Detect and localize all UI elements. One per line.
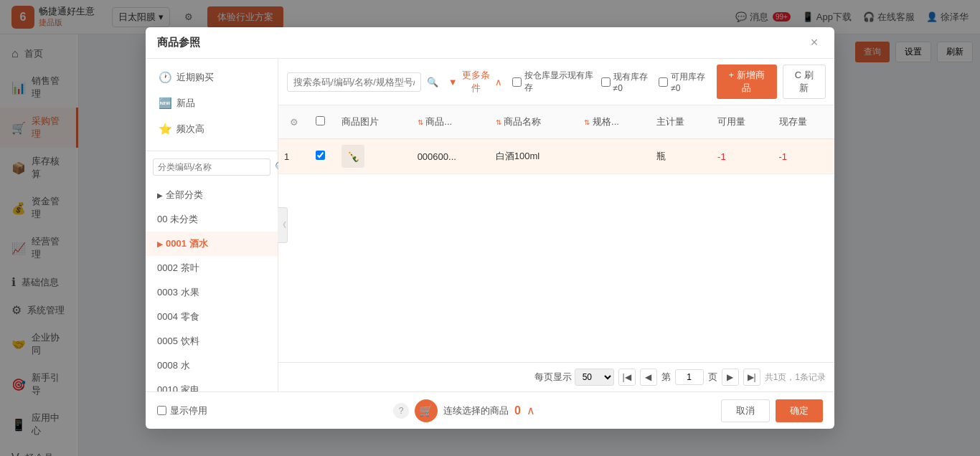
category-0002[interactable]: 0002 茶叶 bbox=[146, 256, 278, 280]
modal-title: 商品参照 bbox=[157, 36, 200, 49]
category-0005[interactable]: 0005 饮料 bbox=[146, 329, 278, 353]
page-summary: 共1页，1条记录 bbox=[765, 371, 826, 384]
new-icon: 🆕 bbox=[159, 97, 172, 110]
product-image: 🍾 bbox=[341, 145, 364, 168]
select-all-checkbox[interactable] bbox=[316, 116, 325, 125]
category-list: ▶ 全部分类 00 未分类 ▶ 0001 酒水 0002 茶叶 0003 水果 bbox=[146, 180, 278, 391]
show-disabled-input[interactable] bbox=[157, 406, 166, 415]
filter-icon: ▼ bbox=[448, 77, 458, 87]
toolbar: 🔍 ▼ 更多条件 ∧ 按仓库显示现有库存 现有库存≠0 bbox=[278, 59, 834, 105]
per-page-select[interactable]: 50 100 200 bbox=[575, 369, 614, 386]
category-0001[interactable]: ▶ 0001 酒水 bbox=[146, 232, 278, 256]
category-0003[interactable]: 0003 水果 bbox=[146, 280, 278, 305]
more-filter-btn[interactable]: ▼ 更多条件 ∧ bbox=[444, 66, 507, 98]
pagination: 每页显示 50 100 200 |◀ ◀ 第 页 ▶ ▶| 共1页，1条记录 bbox=[278, 362, 834, 391]
row-spec bbox=[578, 139, 650, 174]
row-num: 1 bbox=[278, 139, 310, 174]
col-stock: 现存量 bbox=[773, 105, 835, 139]
col-settings-icon[interactable]: ⚙ bbox=[284, 112, 304, 132]
last-page-btn[interactable]: ▶| bbox=[743, 369, 760, 386]
row-checkbox[interactable] bbox=[310, 139, 336, 174]
toolbar-right: + 新增商品 C 刷新 bbox=[717, 65, 826, 99]
footer-left: 显示停用 bbox=[157, 404, 207, 417]
category-0008[interactable]: 0008 水 bbox=[146, 353, 278, 378]
help-icon[interactable]: ? bbox=[393, 403, 409, 419]
category-00[interactable]: 00 未分类 bbox=[146, 207, 278, 232]
left-panel: 🕐 近期购买 🆕 新品 ⭐ 频次高 🔍 bbox=[146, 59, 278, 391]
footer-center: ? 🛒 连续选择的商品 0 ∧ bbox=[216, 399, 712, 422]
warehouse-filter-input[interactable] bbox=[512, 77, 522, 87]
modal-body: 🕐 近期购买 🆕 新品 ⭐ 频次高 🔍 bbox=[146, 59, 834, 391]
modal-footer: 显示停用 ? 🛒 连续选择的商品 0 ∧ 取消 确定 bbox=[146, 391, 834, 429]
arrow-icon: ▶ bbox=[157, 240, 163, 248]
recent-purchase-item[interactable]: 🕐 近期购买 bbox=[151, 66, 272, 89]
confirm-btn[interactable]: 确定 bbox=[776, 399, 823, 422]
star-icon: ⭐ bbox=[159, 123, 172, 136]
modal-close-btn[interactable]: × bbox=[806, 34, 823, 52]
sort-icon: ⇅ bbox=[584, 118, 590, 126]
show-disabled-check[interactable]: 显示停用 bbox=[157, 404, 207, 417]
chevron-left-icon: 《 bbox=[279, 220, 286, 230]
panel-collapse-btn[interactable]: 《 bbox=[278, 207, 288, 243]
cart-btn[interactable]: 🛒 bbox=[415, 399, 438, 422]
product-table-container: ⚙ 商品图片 ⇅ 商品... bbox=[278, 105, 834, 362]
available-nonzero-check[interactable]: 可用库存≠0 bbox=[659, 71, 711, 93]
product-reference-modal: 商品参照 × 🕐 近期购买 🆕 新品 ⭐ 频次高 bbox=[146, 27, 834, 429]
collapse-arrow-icon[interactable]: ∧ bbox=[527, 404, 535, 417]
product-table: ⚙ 商品图片 ⇅ 商品... bbox=[278, 105, 834, 174]
modal-overlay: 商品参照 × 🕐 近期购买 🆕 新品 ⭐ 频次高 bbox=[0, 0, 980, 456]
table-header-row: ⚙ 商品图片 ⇅ 商品... bbox=[278, 105, 834, 139]
col-available: 可用量 bbox=[712, 105, 773, 139]
table-row[interactable]: 1 🍾 000600... 白酒100ml 瓶 bbox=[278, 139, 834, 174]
warehouse-filter-check[interactable]: 按仓库显示现有库存 bbox=[512, 70, 595, 94]
col-code[interactable]: ⇅ 商品... bbox=[412, 105, 490, 139]
stock-nonzero-input[interactable] bbox=[601, 77, 611, 87]
first-page-btn[interactable]: |◀ bbox=[618, 369, 636, 386]
add-product-btn[interactable]: + 新增商品 bbox=[717, 65, 777, 99]
category-search-row: 🔍 bbox=[146, 154, 278, 180]
quick-access: 🕐 近期购买 🆕 新品 ⭐ 频次高 bbox=[146, 59, 278, 148]
prev-page-btn[interactable]: ◀ bbox=[640, 369, 657, 386]
cancel-btn[interactable]: 取消 bbox=[721, 399, 770, 422]
modal-header: 商品参照 × bbox=[146, 27, 834, 59]
row-code: 000600... bbox=[412, 139, 490, 174]
recent-icon: 🕐 bbox=[159, 71, 172, 84]
row-stock: -1 bbox=[773, 139, 835, 174]
new-product-item[interactable]: 🆕 新品 bbox=[151, 92, 272, 115]
col-name[interactable]: ⇅ 商品名称 bbox=[490, 105, 579, 139]
footer-right: 取消 确定 bbox=[721, 399, 823, 422]
col-img: 商品图片 bbox=[336, 105, 412, 139]
col-spec[interactable]: ⇅ 规格... bbox=[578, 105, 650, 139]
category-0004[interactable]: 0004 零食 bbox=[146, 305, 278, 329]
frequent-item[interactable]: ⭐ 频次高 bbox=[151, 118, 272, 141]
category-0010[interactable]: 0010 家电 bbox=[146, 378, 278, 391]
sort-icon: ⇅ bbox=[496, 118, 501, 126]
col-unit: 主计量 bbox=[651, 105, 712, 139]
row-available: -1 bbox=[712, 139, 773, 174]
page-number-input[interactable] bbox=[675, 369, 704, 385]
category-all[interactable]: ▶ 全部分类 bbox=[146, 183, 278, 207]
row-unit: 瓶 bbox=[651, 139, 712, 174]
product-search-icon[interactable]: 🔍 bbox=[427, 77, 438, 87]
available-nonzero-input[interactable] bbox=[659, 77, 668, 87]
category-search-input[interactable] bbox=[153, 158, 270, 176]
row-name: 白酒100ml bbox=[490, 139, 579, 174]
divider bbox=[146, 151, 278, 151]
refresh-btn[interactable]: C 刷新 bbox=[783, 65, 826, 99]
next-page-btn[interactable]: ▶ bbox=[722, 369, 739, 386]
right-panel: 🔍 ▼ 更多条件 ∧ 按仓库显示现有库存 现有库存≠0 bbox=[278, 59, 834, 391]
stock-nonzero-check[interactable]: 现有库存≠0 bbox=[601, 71, 654, 93]
product-search-input[interactable] bbox=[287, 72, 421, 92]
chevron-up-icon: ∧ bbox=[495, 77, 502, 87]
per-page-selector: 每页显示 50 100 200 bbox=[534, 369, 614, 386]
row-img: 🍾 bbox=[336, 139, 412, 174]
sort-icon: ⇅ bbox=[418, 118, 423, 126]
arrow-icon: ▶ bbox=[157, 191, 163, 199]
